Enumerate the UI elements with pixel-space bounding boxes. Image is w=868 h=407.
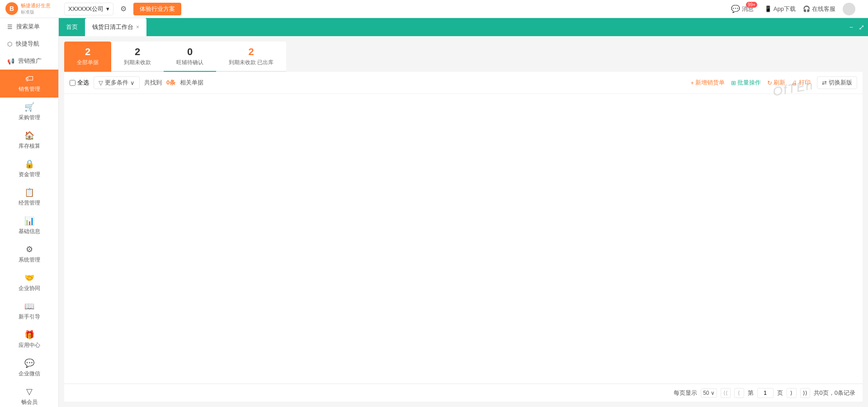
sidebar-item-wechat[interactable]: 💬 企业微信: [0, 354, 58, 382]
page-size-value: 50: [703, 390, 709, 396]
total-records: 共0页，0条记录: [814, 389, 855, 397]
stat-all-label: 全部单据: [77, 59, 99, 66]
switch-version-button[interactable]: ⇄ 切换新版: [817, 76, 857, 89]
filter-button[interactable]: ▽ 更多条件 ∨: [94, 76, 140, 89]
page-size-prefix: 每页显示: [674, 389, 697, 397]
company-select[interactable]: XXXXXX公司 ▾: [64, 3, 113, 15]
batch-button[interactable]: ⊞ 批量操作: [731, 79, 761, 87]
trial-button[interactable]: 体验行业方案: [133, 3, 181, 15]
first-page-icon: ⟨⟨: [723, 390, 728, 396]
online-service-button[interactable]: 🎧 在线客服: [803, 5, 835, 13]
table-area: [64, 94, 863, 384]
maximize-icon[interactable]: ⤢: [859, 23, 864, 32]
prev-page-icon: ⟨: [738, 390, 740, 396]
app-download-button[interactable]: 📱 App下载: [764, 5, 796, 13]
page-size-select[interactable]: 50 ∨: [701, 388, 717, 398]
select-all-text: 全选: [77, 79, 89, 87]
page-content: 2 全部单据 2 到期未收款 0 旺辅待确认 2 到期未收款 已出库: [59, 36, 868, 407]
message-badge: 99+: [746, 2, 757, 8]
refresh-button[interactable]: ↻ 刷新: [767, 79, 785, 87]
sidebar-item-appcenter[interactable]: 🎁 应用中心: [0, 325, 58, 354]
refresh-label: 刷新: [774, 79, 785, 87]
message-icon: 💬: [731, 5, 740, 13]
inventory-icon: 🏠: [24, 131, 34, 140]
prev-page-button[interactable]: ⟨: [734, 388, 744, 398]
sidebar-item-basicinfo[interactable]: 📊 基础信息: [0, 211, 58, 240]
stat-shipped-label: 到期未收款 已出库: [229, 59, 274, 66]
user-avatar[interactable]: [843, 3, 855, 15]
settings-button[interactable]: ⚙: [117, 3, 130, 15]
guide-icon: 📖: [24, 301, 34, 311]
sidebar-item-search[interactable]: ☰ 搜索菜单: [0, 18, 58, 35]
marketing-label: 营销推广: [18, 57, 42, 65]
stat-pending-label: 旺辅待确认: [176, 59, 203, 66]
sidebar: ☰ 搜索菜单 ⬡ 快捷导航 📢 营销推广 🏷 销售管理 🛒 采购管理 🏠 库存核…: [0, 18, 59, 407]
page-suffix: 页: [777, 389, 783, 397]
last-page-button[interactable]: ⟩⟩: [800, 388, 810, 398]
logo-sub: 标准版: [21, 9, 51, 15]
sidebar-item-guide[interactable]: 📖 新手引导: [0, 297, 58, 325]
basicinfo-icon: 📊: [24, 216, 34, 226]
stat-tab-all[interactable]: 2 全部单据: [64, 42, 111, 72]
select-all-label[interactable]: 全选: [70, 79, 89, 87]
inventory-label: 库存核算: [19, 142, 40, 150]
stat-all-num: 2: [77, 46, 99, 58]
sidebar-item-funds[interactable]: 🔒 资金管理: [0, 154, 58, 183]
next-page-icon: ⟩: [790, 390, 793, 396]
batch-label: 批量操作: [737, 79, 761, 87]
tab-close-icon[interactable]: ×: [136, 24, 139, 30]
stat-pending-num: 0: [176, 46, 203, 58]
app-download-label: App下载: [774, 5, 796, 13]
sidebar-item-member[interactable]: ▽ 畅会员: [0, 382, 58, 407]
stat-tab-pending[interactable]: 0 旺辅待确认: [164, 42, 216, 72]
filter-icon: ▽: [99, 80, 103, 86]
online-service-label: 在线客服: [812, 5, 835, 13]
member-icon: ▽: [26, 387, 33, 397]
content-area: 首页 钱货日清工作台 × － ⤢ 2 全部单据 2 到期未收款: [59, 18, 868, 407]
tab-workbench-label: 钱货日清工作台: [92, 23, 133, 31]
print-button[interactable]: 🖨 打印: [792, 79, 811, 87]
tab-bar-right: － ⤢: [848, 23, 868, 32]
operations-label: 经营管理: [19, 199, 40, 207]
sidebar-item-system[interactable]: ⚙ 系统管理: [0, 240, 58, 268]
last-page-icon: ⟩⟩: [803, 390, 807, 396]
search-icon: ☰: [7, 23, 13, 30]
stat-tab-overdue[interactable]: 2 到期未收款: [111, 42, 164, 72]
next-page-button[interactable]: ⟩: [787, 388, 797, 398]
sidebar-item-sales[interactable]: 🏷 销售管理: [0, 70, 58, 98]
logo-text-area: 畅捷通好生意 标准版: [21, 2, 51, 15]
top-bar: B 畅捷通好生意 标准版 XXXXXX公司 ▾ ⚙ 体验行业方案 💬 消息 99…: [0, 0, 868, 18]
messages-button[interactable]: 💬 消息 99+: [731, 5, 754, 13]
top-right: 💬 消息 99+ 📱 App下载 🎧 在线客服: [731, 3, 863, 15]
batch-icon: ⊞: [731, 80, 736, 86]
refresh-icon: ↻: [767, 80, 772, 86]
switch-label: 切换新版: [829, 79, 852, 87]
sidebar-item-inventory[interactable]: 🏠 库存核算: [0, 126, 58, 154]
wechat-icon: 💬: [24, 358, 34, 368]
filter-chevron-icon: ∨: [130, 80, 135, 86]
wechat-label: 企业微信: [19, 370, 40, 378]
sidebar-item-quick-nav[interactable]: ⬡ 快捷导航: [0, 35, 58, 52]
purchase-icon: 🛒: [24, 102, 34, 112]
sidebar-item-cooperation[interactable]: 🤝 企业协同: [0, 268, 58, 297]
page-number-input[interactable]: [757, 388, 774, 398]
minimize-icon[interactable]: －: [848, 23, 855, 32]
print-icon: 🖨: [792, 80, 797, 86]
stats-tabs: 2 全部单据 2 到期未收款 0 旺辅待确认 2 到期未收款 已出库: [64, 42, 286, 72]
stat-tab-shipped[interactable]: 2 到期未收款 已出库: [216, 42, 286, 72]
add-sale-button[interactable]: + 新增销货单: [690, 79, 725, 87]
stat-overdue-num: 2: [124, 46, 151, 58]
gear-icon: ⚙: [120, 5, 127, 13]
toolbar-right: + 新增销货单 ⊞ 批量操作 ↻ 刷新 🖨 打印: [690, 76, 857, 89]
sidebar-item-marketing[interactable]: 📢 营销推广: [0, 52, 58, 70]
tab-home[interactable]: 首页: [59, 18, 85, 36]
sidebar-item-purchase[interactable]: 🛒 采购管理: [0, 98, 58, 126]
print-label: 打印: [799, 79, 811, 87]
tab-workbench[interactable]: 钱货日清工作台 ×: [85, 18, 146, 36]
select-all-checkbox[interactable]: [70, 80, 75, 86]
first-page-button[interactable]: ⟨⟨: [721, 388, 731, 398]
funds-label: 资金管理: [19, 171, 40, 178]
sidebar-item-operations[interactable]: 📋 经营管理: [0, 183, 58, 211]
page-label: 第: [748, 389, 754, 397]
pagination-bar: 每页显示 50 ∨ ⟨⟨ ⟨ 第 页 ⟩ ⟩⟩: [64, 384, 863, 402]
